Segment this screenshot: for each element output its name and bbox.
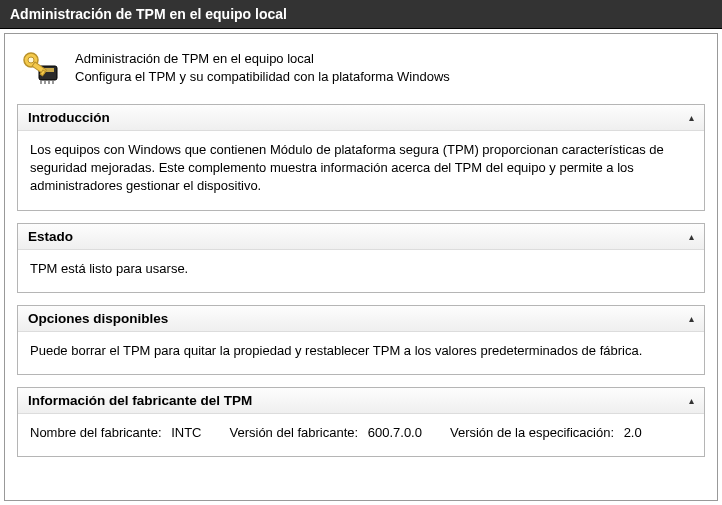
svg-point-7 [28, 57, 34, 63]
manufacturer-name-label: Nombre del fabricante: [30, 425, 162, 440]
panel-status-title: Estado [28, 229, 73, 244]
collapse-caret-icon: ▴ [689, 112, 694, 123]
panel-manufacturer-title: Información del fabricante del TPM [28, 393, 252, 408]
collapse-caret-icon: ▴ [689, 231, 694, 242]
panel-status: Estado ▴ TPM está listo para usarse. [17, 223, 705, 293]
spec-version: Versión de la especificación: 2.0 [450, 424, 642, 442]
panel-status-header[interactable]: Estado ▴ [18, 224, 704, 250]
manufacturer-version: Versión del fabricante: 600.7.0.0 [229, 424, 421, 442]
manufacturer-info-row: Nombre del fabricante: INTC Versión del … [30, 424, 692, 442]
manufacturer-version-label: Versión del fabricante: [229, 425, 358, 440]
panel-status-body: TPM está listo para usarse. [18, 250, 704, 292]
panel-options: Opciones disponibles ▴ Puede borrar el T… [17, 305, 705, 375]
panel-introduction-body: Los equipos con Windows que contienen Mó… [18, 131, 704, 210]
panel-options-title: Opciones disponibles [28, 311, 168, 326]
console-title: Administración de TPM en el equipo local [75, 50, 450, 68]
panel-introduction: Introducción ▴ Los equipos con Windows q… [17, 104, 705, 211]
spec-version-label: Versión de la especificación: [450, 425, 614, 440]
window-titlebar: Administración de TPM en el equipo local [0, 0, 722, 29]
panel-manufacturer: Información del fabricante del TPM ▴ Nom… [17, 387, 705, 457]
console-header: Administración de TPM en el equipo local… [13, 40, 709, 98]
tpm-key-chip-icon [21, 48, 61, 88]
manufacturer-name: Nombre del fabricante: INTC [30, 424, 201, 442]
tpm-admin-window: Administración de TPM en el equipo local [0, 0, 722, 505]
panel-options-body: Puede borrar el TPM para quitar la propi… [18, 332, 704, 374]
collapse-caret-icon: ▴ [689, 313, 694, 324]
panel-introduction-header[interactable]: Introducción ▴ [18, 105, 704, 131]
manufacturer-name-value: INTC [171, 425, 201, 440]
spec-version-value: 2.0 [624, 425, 642, 440]
panel-manufacturer-header[interactable]: Información del fabricante del TPM ▴ [18, 388, 704, 414]
content-frame: Administración de TPM en el equipo local… [4, 33, 718, 501]
window-title: Administración de TPM en el equipo local [10, 6, 287, 22]
manufacturer-version-value: 600.7.0.0 [368, 425, 422, 440]
console-header-text: Administración de TPM en el equipo local… [75, 48, 450, 85]
console-subtitle: Configura el TPM y su compatibilidad con… [75, 68, 450, 86]
panel-manufacturer-body: Nombre del fabricante: INTC Versión del … [18, 414, 704, 456]
panel-introduction-title: Introducción [28, 110, 110, 125]
collapse-caret-icon: ▴ [689, 395, 694, 406]
panel-options-header[interactable]: Opciones disponibles ▴ [18, 306, 704, 332]
